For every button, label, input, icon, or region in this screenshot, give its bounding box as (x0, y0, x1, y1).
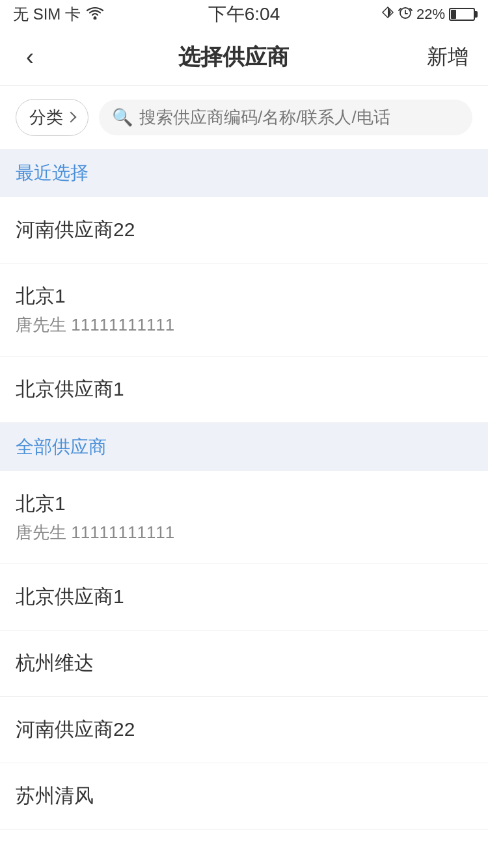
list-item[interactable]: 苏州清风 (0, 763, 488, 830)
item-name: 北京1 (16, 283, 472, 310)
recent-list: 河南供应商22 北京1 唐先生 11111111111 北京供应商1 (0, 197, 488, 423)
list-item[interactable]: 河南供应商22 (0, 197, 488, 264)
carrier-label: 无 SIM 卡 (13, 4, 81, 25)
item-name: 河南供应商22 (16, 217, 472, 243)
list-item[interactable]: 北京供应商1 (0, 564, 488, 631)
alarm-icon (398, 5, 413, 23)
search-input[interactable] (139, 107, 459, 128)
location-icon (381, 6, 394, 23)
item-sub: 唐先生 11111111111 (16, 521, 472, 544)
page-title: 选择供应商 (178, 42, 289, 72)
list-item[interactable]: 北京供应商1 (0, 357, 488, 423)
item-name: 北京供应商1 (16, 376, 472, 403)
item-name: 北京供应商1 (16, 584, 472, 610)
list-item[interactable]: 河南供应商22 (0, 697, 488, 763)
nav-bar: ‹ 选择供应商 新增 (0, 29, 488, 86)
item-sub: 唐先生 11111111111 (16, 314, 472, 336)
all-list: 北京1 唐先生 11111111111 北京供应商1 杭州维达 河南供应商22 … (0, 471, 488, 830)
back-button[interactable]: ‹ (20, 37, 40, 77)
item-name: 河南供应商22 (16, 716, 472, 743)
search-bar[interactable]: 🔍 (99, 100, 472, 135)
item-name: 苏州清风 (16, 783, 472, 809)
svg-point-0 (94, 17, 97, 20)
add-button[interactable]: 新增 (427, 43, 468, 72)
list-item[interactable]: 杭州维达 (0, 631, 488, 697)
all-section-label: 全部供应商 (16, 437, 107, 457)
battery-icon (449, 8, 475, 21)
status-time: 下午6:04 (208, 2, 280, 27)
search-icon: 🔍 (112, 107, 133, 128)
recent-section-label: 最近选择 (16, 163, 88, 183)
chevron-right-icon (66, 111, 77, 122)
status-left: 无 SIM 卡 (13, 4, 104, 25)
item-name: 北京1 (16, 491, 472, 517)
battery-percent: 22% (416, 6, 445, 23)
wifi-icon (86, 5, 104, 23)
recent-section-header: 最近选择 (0, 149, 488, 197)
category-button[interactable]: 分类 (16, 99, 88, 136)
list-item[interactable]: 北京1 唐先生 11111111111 (0, 264, 488, 357)
list-item[interactable]: 北京1 唐先生 11111111111 (0, 471, 488, 564)
item-name: 杭州维达 (16, 650, 472, 677)
category-label: 分类 (29, 106, 63, 129)
filter-bar: 分类 🔍 (0, 86, 488, 149)
all-section-header: 全部供应商 (0, 423, 488, 471)
status-right: 22% (381, 5, 475, 23)
status-bar: 无 SIM 卡 下午6:04 22 (0, 0, 488, 29)
